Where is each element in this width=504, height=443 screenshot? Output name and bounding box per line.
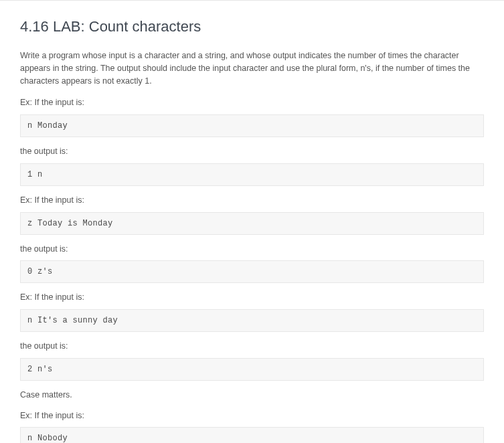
- example-label: Ex: If the input is:: [20, 96, 484, 109]
- code-input-block: n Nobody: [20, 427, 484, 443]
- output-label: the output is:: [20, 340, 484, 353]
- output-label: the output is:: [20, 145, 484, 158]
- example-label: Ex: If the input is:: [20, 291, 484, 304]
- problem-description: Write a program whose input is a charact…: [20, 50, 484, 87]
- code-input-block: n Monday: [20, 114, 484, 137]
- code-input-block: z Today is Monday: [20, 212, 484, 235]
- example-label: Ex: If the input is:: [20, 410, 484, 422]
- code-output-block: 0 z's: [20, 260, 484, 283]
- case-note: Case matters.: [20, 389, 484, 402]
- page-title: 4.16 LAB: Count characters: [20, 15, 484, 37]
- code-output-block: 1 n: [20, 163, 484, 186]
- code-input-block: n It's a sunny day: [20, 309, 484, 332]
- example-label: Ex: If the input is:: [20, 194, 484, 207]
- code-output-block: 2 n's: [20, 358, 484, 381]
- output-label: the output is:: [20, 243, 484, 256]
